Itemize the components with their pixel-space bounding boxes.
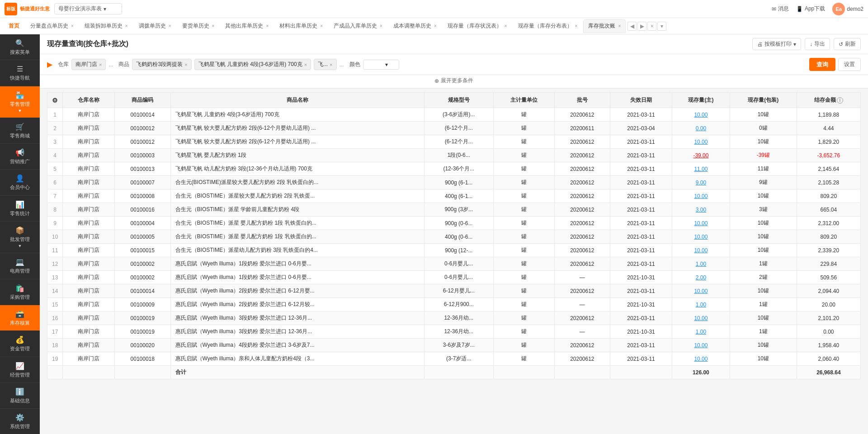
export-button[interactable]: ↓ 导出 — [805, 38, 830, 50]
row-amount: 2,060.40 — [797, 352, 860, 366]
tab-diaobuo-close[interactable]: × — [169, 24, 171, 28]
product-tag-2[interactable]: 飞鹤星飞帆 儿童奶粉 4段(3-6岁适用) 700克 × — [194, 59, 311, 70]
user-profile[interactable]: Ea demo2 — [832, 3, 863, 15]
tab-xiancu2[interactable]: 现存量（库存分布表） × — [513, 19, 583, 33]
row-qty-main[interactable]: 2.00 — [672, 271, 730, 284]
message-button[interactable]: ✉ 消息 — [772, 5, 789, 13]
row-name: 惠氏启賦（Wyeth illuma）2段奶粉 爱尔兰进口 6-12月较... — [170, 298, 424, 311]
product-tag-1-close[interactable]: × — [184, 62, 187, 67]
top-bar-right: ✉ 消息 📱 App下载 Ea demo2 — [772, 3, 863, 15]
tab-diaobuo[interactable]: 调拨单历史 × — [134, 19, 176, 33]
row-spec: 900g (12-... — [424, 244, 493, 257]
color-select[interactable] — [363, 60, 399, 70]
tab-xiancu2-close[interactable]: × — [575, 24, 578, 28]
row-qty-main[interactable]: 10.00 — [672, 244, 730, 257]
tab-home[interactable]: 首页 — [4, 19, 24, 33]
sidebar-item-retail-stats[interactable]: 📊 零售统计 — [0, 196, 40, 222]
tab-chengpin[interactable]: 产成品入库单历史 × — [329, 19, 387, 33]
sidebar-item-nav[interactable]: ☰ 快捷导航 — [0, 60, 40, 86]
expand-left-icon[interactable]: ▶ — [47, 60, 52, 69]
tab-zuzhuang[interactable]: 组装拆卸单历史 × — [80, 19, 133, 33]
tab-qita-close[interactable]: × — [266, 24, 269, 28]
tab-fenpan[interactable]: 分量盘点单历史 × — [25, 19, 79, 33]
row-qty-main[interactable]: 10.00 — [672, 339, 730, 352]
tab-next-button[interactable]: ▶ — [637, 22, 646, 31]
sidebar-item-basic[interactable]: ℹ️ 基础信息 — [0, 383, 40, 409]
sidebar-item-purchase[interactable]: 🛍️ 采购管理 — [0, 279, 40, 305]
table-row: 7 南岸门店 00100008 合生元（BIOSTIME）派星较大婴儿配方奶粉 … — [47, 189, 861, 203]
product-tag-3-close[interactable]: × — [330, 62, 332, 67]
sidebar-item-inventory[interactable]: 🗃️ 库存核算 — [0, 305, 40, 331]
product-tag-3[interactable]: 飞... × — [314, 59, 336, 70]
sidebar-item-ecommerce[interactable]: 💻 电商管理 — [0, 253, 40, 279]
tab-chengpin-close[interactable]: × — [380, 24, 382, 28]
tab-cailiao[interactable]: 材料出库单历史 × — [274, 19, 328, 33]
row-spec: 0-6月婴儿... — [424, 271, 493, 284]
warehouse-ellipsis[interactable]: ... — [108, 61, 113, 68]
row-qty-main[interactable]: 10.00 — [672, 230, 730, 244]
tab-qita[interactable]: 其他出库单历史 × — [220, 19, 274, 33]
refresh-button[interactable]: ↺ 刷新 — [834, 38, 861, 50]
tab-cailiao-close[interactable]: × — [320, 24, 323, 28]
tab-fenpan-close[interactable]: × — [71, 24, 74, 28]
sidebar-item-retail-mgmt[interactable]: 🏪 零售管理 ▼ — [0, 86, 40, 118]
query-button[interactable]: 查询 — [809, 58, 835, 71]
row-qty-main[interactable]: 10.00 — [672, 284, 730, 298]
product-tag-2-close[interactable]: × — [304, 62, 307, 67]
row-qty-main[interactable]: 10.00 — [672, 108, 730, 122]
sidebar-item-system[interactable]: ⚙️ 系统管理 — [0, 409, 40, 434]
settings-gear-icon[interactable]: ⚙ — [52, 97, 58, 104]
row-qty-main[interactable]: 10.00 — [672, 189, 730, 203]
row-qty-main[interactable]: 0.00 — [672, 122, 730, 135]
row-qty-main[interactable]: 1.00 — [672, 325, 730, 339]
product-tag-1[interactable]: 飞鹤奶粉3段两提装 × — [132, 59, 191, 70]
sidebar-item-member[interactable]: 👤 会员中心 — [0, 170, 40, 195]
row-qty-main[interactable]: 3.00 — [672, 203, 730, 217]
row-qty-main[interactable]: 10.00 — [672, 311, 730, 325]
table-row: 18 南岸门店 00100020 惠氏启賦（Wyeth illuma）4段奶粉 … — [47, 339, 861, 352]
tab-xiancu1-close[interactable]: × — [505, 24, 507, 28]
tab-pici[interactable]: 库存批次账 × — [583, 19, 626, 33]
company-selector[interactable]: 母婴行业演示库表 — [54, 3, 122, 14]
row-name: 惠氏启賦（Wyeth illuma）2段奶粉 爱尔兰进口 6-12月婴... — [170, 284, 424, 298]
amount-info-icon[interactable]: i — [837, 97, 843, 104]
row-code: 00100015 — [114, 244, 170, 257]
sidebar-item-marketing[interactable]: 📢 营销推广 — [0, 144, 40, 170]
th-settings[interactable]: ⚙ — [47, 93, 63, 108]
row-qty-main[interactable]: 9.00 — [672, 176, 730, 189]
row-qty-main[interactable]: 11.00 — [672, 162, 730, 176]
tab-yaohuo-close[interactable]: × — [212, 24, 215, 28]
sidebar-item-business[interactable]: 📈 经营管理 — [0, 357, 40, 383]
tab-close-all-button[interactable]: × — [647, 22, 656, 31]
row-qty-main[interactable]: 1.00 — [672, 257, 730, 271]
row-qty-main[interactable]: 10.00 — [672, 352, 730, 366]
expand-more-button[interactable]: ⊕ 展开更多条件 — [434, 77, 473, 85]
sidebar-item-search[interactable]: 🔍 搜索英单 — [0, 34, 40, 60]
sidebar-item-wholesale[interactable]: 📦 批发管理 ▼ — [0, 222, 40, 253]
tab-menu-button[interactable]: ▾ — [657, 22, 666, 31]
row-qty-main[interactable]: 10.00 — [672, 135, 730, 149]
expand-button-left[interactable]: ▶ — [47, 60, 52, 69]
product-ellipsis[interactable]: ... — [340, 61, 344, 68]
template-print-button[interactable]: 🖨 按模板打印 — [752, 38, 801, 50]
row-warehouse: 南岸门店 — [63, 122, 115, 135]
sidebar-item-retail-shop[interactable]: 🛒 零售商城 — [0, 118, 40, 144]
row-qty-main[interactable]: -39.00 — [672, 149, 730, 162]
footer-empty2 — [63, 366, 115, 379]
tab-prev-button[interactable]: ◀ — [627, 22, 637, 31]
tab-yaohuo[interactable]: 要货单历史 × — [177, 19, 220, 33]
tab-chengben-label: 成本调整单历史 — [393, 22, 431, 30]
tab-zuzhuang-close[interactable]: × — [125, 24, 128, 28]
tab-chengben-close[interactable]: × — [434, 24, 437, 28]
warehouse-tag[interactable]: 南岸门店 × — [71, 59, 106, 70]
tab-pici-close[interactable]: × — [618, 24, 621, 28]
warehouse-tag-close[interactable]: × — [99, 62, 102, 67]
row-unit: 罐 — [493, 176, 554, 189]
row-qty-main[interactable]: 1.00 — [672, 298, 730, 311]
tab-chengben[interactable]: 成本调整单历史 × — [388, 19, 442, 33]
sidebar-item-finance[interactable]: 💰 资金管理 — [0, 331, 40, 357]
tab-xiancu1[interactable]: 现存量（库存状况表） × — [443, 19, 512, 33]
app-download-button[interactable]: 📱 App下载 — [796, 5, 825, 13]
setting-button[interactable]: 设置 — [838, 58, 861, 71]
row-qty-main[interactable]: 10.00 — [672, 217, 730, 230]
